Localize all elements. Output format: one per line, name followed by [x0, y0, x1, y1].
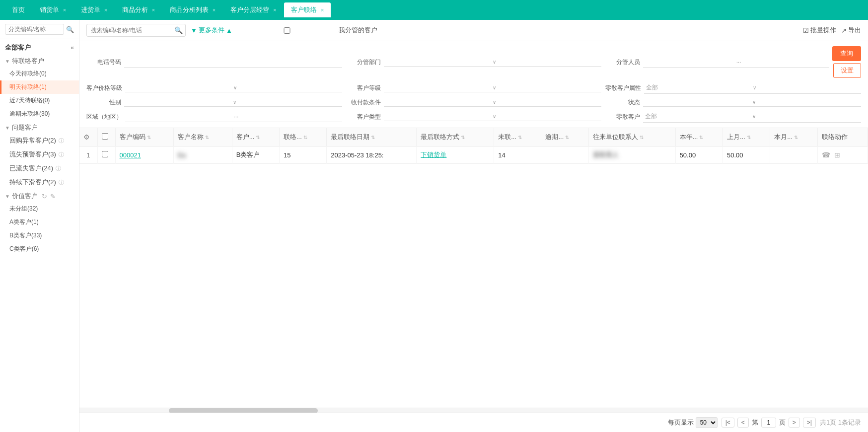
sort-year-icon[interactable]: ⇅ [699, 135, 703, 140]
nav-home[interactable]: 首页 [5, 2, 32, 17]
filter-status-select[interactable]: ∨ [643, 98, 861, 107]
row-last-date-1: 2023-05-23 18:25: [327, 146, 417, 164]
main-search-icon[interactable]: 🔍 [174, 26, 183, 34]
info-icon-1: ⓘ [59, 151, 64, 157]
row-year-amount-1: 50.00 [675, 146, 723, 164]
query-button[interactable]: 查询 [832, 46, 861, 61]
sidebar-value-edit-icon[interactable]: ✎ [50, 193, 56, 200]
filter-payment-select[interactable]: ∨ [384, 98, 602, 107]
sort-contact-count-icon[interactable]: ⇅ [303, 135, 307, 140]
filter-price-level-select[interactable]: ∨ [125, 83, 342, 92]
nav-customer-contact[interactable]: 客户联络 × [284, 2, 331, 17]
filter-region-select[interactable]: ··· [125, 112, 342, 122]
sort-this-month-icon[interactable]: ⇅ [794, 135, 798, 140]
sidebar-value-label: ▼ 价值客户 ↻ ✎ [0, 189, 79, 202]
row-name-blurred-1: Ea [178, 151, 186, 159]
sidebar-item-repurchase-abnormal[interactable]: 回购异常客户(2) ⓘ [0, 134, 79, 147]
th-contact-count: 联络... ⇅ [279, 128, 326, 146]
filter-retail-attr: 零散客户属性 全部 ∨ [605, 82, 861, 94]
last-page-button[interactable]: >| [803, 418, 816, 428]
page-number-input[interactable] [761, 418, 776, 428]
nav-sales[interactable]: 销货单 × [33, 2, 73, 17]
sidebar-item-a-class[interactable]: A类客户(1) [0, 216, 79, 229]
row-checkbox-1 [97, 146, 115, 164]
sort-uncontacted-icon[interactable]: ⇅ [518, 135, 522, 140]
sort-ctype-icon[interactable]: ⇅ [256, 135, 260, 140]
filter-retail-attr-select[interactable]: 全部 ∨ [644, 82, 861, 94]
row-code-link-1[interactable]: 000021 [120, 151, 141, 159]
sidebar-collapse-icon: « [71, 44, 74, 51]
my-customers-checkbox-label[interactable]: 我分管的客户 [237, 26, 377, 35]
filter-retail-customer-select[interactable]: 全部 ∨ [643, 111, 861, 123]
sidebar-item-overdue-pending[interactable]: 逾期未联络(30) [0, 107, 79, 121]
row-name-1: Ea [174, 146, 232, 164]
first-page-button[interactable]: |< [722, 418, 734, 428]
table-scroll-bar[interactable] [79, 408, 868, 413]
sidebar-search-icon[interactable]: 🔍 [66, 26, 74, 33]
next-page-button[interactable]: > [789, 418, 800, 428]
sidebar-item-week-pending[interactable]: 近7天待联络(0) [0, 94, 79, 107]
filter-retail-customer: 零散客户 全部 ∨ [605, 111, 861, 123]
sidebar-item-churn-warning[interactable]: 流失预警客户(3) ⓘ [0, 147, 79, 161]
filter-person-select[interactable]: ··· [643, 57, 829, 68]
more-filter-button[interactable]: ▼ 更多条件 ▲ [191, 26, 232, 35]
row-method-link-1[interactable]: 下销货单 [421, 151, 446, 158]
nav-close-sales[interactable]: × [63, 7, 66, 13]
filter-gender-select[interactable]: ∨ [124, 98, 342, 107]
sort-code-icon[interactable]: ⇅ [147, 135, 151, 140]
sort-last-date-icon[interactable]: ⇅ [371, 135, 375, 140]
nav-close-product-analysis[interactable]: × [152, 7, 155, 13]
sort-last-method-icon[interactable]: ⇅ [461, 135, 465, 140]
nav-product-analysis[interactable]: 商品分析 × [115, 2, 162, 17]
filter-dept-select[interactable]: ∨ [384, 58, 602, 67]
nav-close-product-analysis-list[interactable]: × [213, 7, 216, 13]
table-wrapper: ⚙ 客户编码 ⇅ 客户名称 [79, 128, 868, 408]
batch-op-button[interactable]: ☑ 批量操作 [803, 26, 836, 35]
nav-close-customer-layer[interactable]: × [273, 7, 276, 13]
prev-page-button[interactable]: < [737, 418, 749, 428]
filter-customer-level-select[interactable]: ∨ [384, 83, 602, 92]
sidebar-item-tomorrow-pending[interactable]: 明天待联络(1) [0, 80, 79, 94]
info-icon-3: ⓘ [59, 179, 64, 185]
filter-dept-arrow: ∨ [493, 59, 599, 65]
sidebar-item-churned[interactable]: 已流失客户(24) ⓘ [0, 161, 79, 175]
sidebar-all-customers-header[interactable]: 全部客户 « [0, 39, 79, 54]
filter-phone-input[interactable] [124, 57, 342, 68]
sort-overdue-icon[interactable]: ⇅ [565, 135, 569, 140]
row-select-checkbox-1[interactable] [102, 151, 108, 157]
sort-contact-person-icon[interactable]: ⇅ [640, 135, 644, 140]
sidebar-search-area: 🔍 [0, 20, 79, 39]
sort-name-icon[interactable]: ⇅ [205, 135, 209, 140]
nav-close-purchase[interactable]: × [104, 7, 107, 13]
table-settings-icon[interactable]: ⚙ [83, 133, 90, 141]
my-customers-checkbox[interactable] [237, 27, 337, 34]
filter-person-label: 分管人员 [605, 58, 640, 67]
sidebar-item-ungrouped[interactable]: 未分组(32) [0, 202, 79, 216]
row-phone-icon-1[interactable]: ☎ [822, 151, 830, 159]
nav-close-customer-contact[interactable]: × [321, 7, 324, 13]
filter-customer-type-select[interactable]: ∨ [384, 112, 602, 121]
filter-customer-level: 客户等级 ∨ [346, 83, 602, 92]
filter-region: 区域（地区） ··· [86, 112, 342, 122]
export-button[interactable]: ↗ 导出 [841, 26, 861, 35]
main-search-input[interactable] [86, 24, 186, 37]
filter-phone-label: 电话号码 [86, 58, 121, 67]
sort-last-month-icon[interactable]: ⇅ [747, 135, 751, 140]
sidebar-item-today-pending[interactable]: 今天待联络(0) [0, 67, 79, 80]
nav-product-analysis-list[interactable]: 商品分析列表 × [163, 2, 222, 17]
row-more-icon-1[interactable]: ⊞ [834, 151, 840, 159]
nav-purchase[interactable]: 进货单 × [74, 2, 114, 17]
sidebar-item-declining[interactable]: 持续下滑客户(2) ⓘ [0, 175, 79, 189]
sidebar-search-input[interactable] [5, 24, 64, 35]
sidebar-value-triangle: ▼ [5, 194, 10, 199]
set-button[interactable]: 设置 [833, 63, 861, 78]
sidebar-item-b-class[interactable]: B类客户(33) [0, 229, 79, 242]
filter-status-arrow: ∨ [752, 99, 859, 105]
page-size-select[interactable]: 50 [696, 417, 718, 428]
th-year-amount: 本年... ⇅ [675, 128, 723, 146]
sidebar-item-c-class[interactable]: C类客户(6) [0, 242, 79, 256]
sidebar-value-refresh-icon[interactable]: ↻ [42, 193, 47, 200]
select-all-checkbox[interactable] [102, 133, 108, 140]
row-this-month-1 [770, 146, 817, 164]
nav-customer-layer[interactable]: 客户分层经营 × [223, 2, 283, 17]
